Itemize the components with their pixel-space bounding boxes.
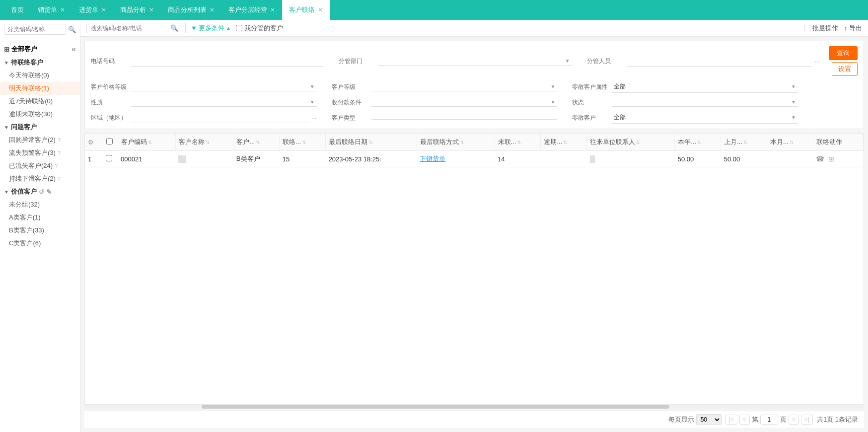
payment-select[interactable]: ▼ (371, 98, 558, 107)
sort-icon[interactable]: ⇅ (302, 140, 306, 145)
row-contact-person: ** (587, 151, 675, 167)
last-page-btn[interactable]: >| (801, 415, 813, 425)
collapse-icon[interactable]: « (72, 45, 76, 54)
more-icon[interactable]: ··· (311, 114, 317, 122)
help-icon[interactable]: ? (58, 150, 61, 156)
select-all-checkbox[interactable] (106, 138, 113, 144)
sidebar-item-today-pending[interactable]: 今天待联络(0) (0, 69, 80, 82)
scrollbar-thumb[interactable] (202, 405, 669, 409)
sidebar-section-pending[interactable]: ▼ 待联络客户 (0, 56, 80, 69)
prev-page-btn[interactable]: < (739, 415, 750, 425)
query-button[interactable]: 查询 (829, 46, 858, 60)
row-overdue (541, 151, 587, 167)
sidebar-search-icon[interactable]: 🔍 (68, 26, 76, 33)
sidebar-section-value[interactable]: ▼ 价值客户 ↺ ✎ (0, 185, 80, 198)
help-icon[interactable]: ? (58, 176, 61, 182)
area-input[interactable] (131, 113, 309, 123)
nature-select[interactable]: ▼ (131, 98, 317, 107)
retail-attr-select[interactable]: 全部 ▼ (612, 81, 798, 93)
close-icon[interactable]: ✕ (210, 6, 215, 13)
row-select-checkbox[interactable] (106, 155, 112, 161)
person-input[interactable] (627, 56, 812, 67)
help-icon[interactable]: ? (55, 163, 58, 169)
close-icon[interactable]: ✕ (60, 6, 65, 13)
search-input[interactable] (91, 25, 170, 32)
sidebar-section-problem[interactable]: ▼ 问题客户 (0, 121, 80, 134)
sort-icon[interactable]: ⇅ (743, 140, 747, 145)
sidebar-item-ungrouped[interactable]: 未分组(32) (0, 198, 80, 211)
row-last-contact-date: 2023-05-23 18:25: (326, 151, 417, 167)
close-icon[interactable]: ✕ (270, 6, 275, 13)
nav-customer-contact[interactable]: 客户联络 ✕ (282, 0, 330, 20)
customer-type-select[interactable] (371, 116, 558, 120)
sidebar-item-class-a[interactable]: A类客户(1) (0, 211, 80, 224)
sidebar-item-churned[interactable]: 已流失客户(24) ? (0, 159, 80, 172)
dept-select[interactable]: ▼ (378, 57, 572, 66)
sidebar-search-input[interactable] (4, 24, 66, 35)
row-index: 1 (85, 151, 103, 167)
page-number-input[interactable] (760, 415, 778, 425)
nav-sales-order[interactable]: 销货单 ✕ (31, 0, 72, 20)
nav-purchase-order[interactable]: 进货单 ✕ (72, 0, 113, 20)
first-page-btn[interactable]: |< (725, 415, 737, 425)
sort-icon[interactable]: ⇅ (206, 140, 210, 145)
sort-icon[interactable]: ⇅ (790, 140, 794, 145)
close-icon[interactable]: ✕ (149, 6, 154, 13)
status-select[interactable]: ▼ (612, 98, 798, 107)
batch-op-btn[interactable]: 批量操作 (804, 24, 838, 33)
page-size-select[interactable]: 50 100 200 (696, 414, 722, 425)
retail-customer-select[interactable]: 全部 ▼ (612, 112, 798, 124)
sidebar-item-all-customers[interactable]: ⊞ 全部客户 « (0, 42, 80, 56)
customer-level-select[interactable]: ▼ (371, 82, 558, 91)
arrow-down-icon: ▼ (4, 189, 9, 195)
gear-icon[interactable]: ⚙ (88, 139, 94, 146)
search-icon[interactable]: 🔍 (170, 24, 178, 32)
phone-input[interactable] (131, 56, 324, 67)
sort-icon[interactable]: ⇅ (563, 140, 567, 145)
horizontal-scrollbar[interactable] (84, 405, 864, 409)
caret-down-icon: ▼ (550, 84, 555, 89)
arrow-down-icon: ▼ (4, 125, 9, 130)
sidebar-item-class-b[interactable]: B类客户(33) (0, 224, 80, 237)
sidebar-item-repurchase-abnormal[interactable]: 回购异常客户(2) ? (0, 134, 80, 146)
nav-product-analysis-list[interactable]: 商品分析列表 ✕ (161, 0, 221, 20)
table-row: 1 000021 Ea B类客户 15 2023-05-23 18:25: 下销… (85, 151, 864, 167)
edit-icon[interactable]: ✎ (46, 188, 52, 196)
close-icon[interactable]: ✕ (318, 6, 323, 13)
my-customer-checkbox[interactable] (236, 25, 242, 31)
more-icon[interactable]: ··· (814, 58, 820, 65)
settings-button[interactable]: 设置 (832, 62, 858, 76)
more-filter-btn[interactable]: ▼ 更多条件 ▲ (191, 24, 231, 33)
help-icon[interactable]: ? (58, 137, 61, 143)
nav-product-analysis[interactable]: 商品分析 ✕ (113, 0, 161, 20)
sidebar-item-week-pending[interactable]: 近7天待联络(0) (0, 95, 80, 108)
col-last-month: 上月... ⇅ (721, 134, 767, 151)
sidebar-item-overdue-pending[interactable]: 逾期未联络(30) (0, 108, 80, 121)
phone-action-icon[interactable]: ☎ (816, 155, 824, 163)
last-contact-method-link[interactable]: 下销货单 (420, 155, 445, 162)
chevron-up-icon: ▲ (226, 25, 231, 31)
filter-row-3: 性质 ▼ 收付款条件 ▼ 状态 (91, 98, 858, 107)
refresh-icon[interactable]: ↺ (39, 188, 44, 196)
price-grade-select[interactable]: ▼ (131, 82, 317, 91)
sidebar-tree: ⊞ 全部客户 « ▼ 待联络客户 今天待联络(0) 明天待联络(1) 近7天待联… (0, 39, 80, 432)
sidebar-item-class-c[interactable]: C类客户(6) (0, 237, 80, 250)
sort-icon[interactable]: ⇅ (636, 140, 640, 145)
more-action-icon[interactable]: ⊞ (828, 155, 834, 163)
filter-row-4: 区域（地区） ··· 客户类型 零散客户 全部 (91, 112, 858, 124)
sidebar-item-churn-warning[interactable]: 流失预警客户(3) ? (0, 146, 80, 159)
sort-icon[interactable]: ⇅ (460, 140, 464, 145)
close-icon[interactable]: ✕ (101, 6, 106, 13)
nav-customer-layered[interactable]: 客户分层经营 ✕ (221, 0, 282, 20)
export-btn[interactable]: ↑ 导出 (844, 24, 863, 33)
row-last-contact-method: 下销货单 (417, 151, 495, 167)
sort-icon[interactable]: ⇅ (517, 140, 521, 145)
sort-icon[interactable]: ⇅ (697, 140, 701, 145)
nav-home[interactable]: 首页 (4, 0, 31, 20)
sort-icon[interactable]: ⇅ (148, 140, 152, 145)
sort-icon[interactable]: ⇅ (256, 140, 260, 145)
sidebar-item-tomorrow-pending[interactable]: 明天待联络(1) (0, 82, 80, 95)
sidebar-item-declining[interactable]: 持续下滑客户(2) ? (0, 172, 80, 185)
sort-icon[interactable]: ⇅ (368, 140, 372, 145)
next-page-btn[interactable]: > (789, 415, 799, 425)
